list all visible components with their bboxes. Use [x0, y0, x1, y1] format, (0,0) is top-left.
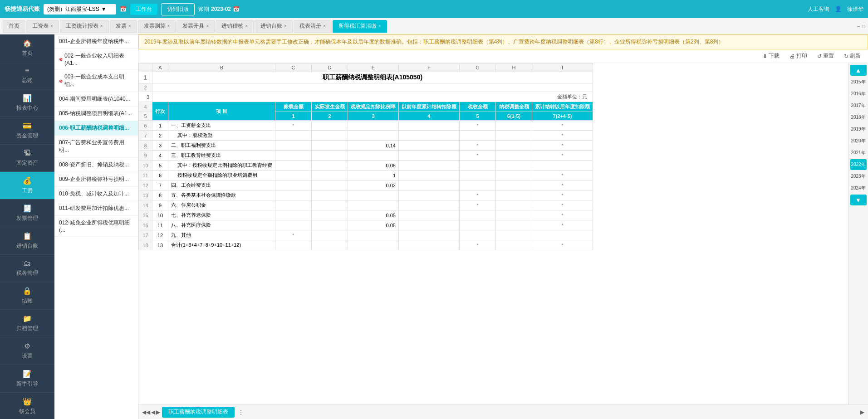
form-item-005[interactable]: 005-纳税调整项目明细表(A1... — [54, 107, 138, 121]
scroll-right-end-icon[interactable]: ▶ — [860, 409, 864, 415]
sidebar-item-new-guide[interactable]: 📝 新手引导 — [0, 365, 54, 393]
company-selector[interactable]: (勿删）江西股宝-LSS ▼ — [44, 4, 116, 15]
col-h-header: H — [496, 63, 532, 72]
form-item-011[interactable]: 011-研发费用加计扣除优惠... — [54, 201, 138, 216]
calendar-icon[interactable]: 📅 — [120, 6, 127, 12]
year-2017[interactable]: 2017年 — [850, 100, 867, 111]
header-col5: 税收全额 — [460, 102, 496, 112]
form-item-003[interactable]: ⊗ 003-一般企业成本支出明细... — [54, 70, 138, 92]
form-item-008[interactable]: 008-资产折旧、摊销及纳税... — [54, 158, 138, 172]
form-item-002[interactable]: ⊗ 002-一般企业收入明细表(A1... — [54, 49, 138, 70]
form-item-010[interactable]: 010-免税、减计收入及加计... — [54, 187, 138, 201]
sidebar-settings-label: 设置 — [22, 352, 33, 360]
sidebar-report-center-label: 报表中心 — [16, 104, 38, 112]
tab-invoice-calc[interactable]: 发票测算 × — [138, 20, 176, 33]
tab-invoice-close[interactable]: × — [128, 24, 131, 29]
sidebar-item-asset-mgmt[interactable]: 💳 资金管理 — [0, 117, 54, 145]
col-i-header: I — [532, 63, 593, 72]
sidebar-item-report-center[interactable]: 📊 报表中心 — [0, 89, 54, 117]
sidebar-item-settings[interactable]: ⚙ 设置 — [0, 337, 54, 365]
switch-old-button[interactable]: 切到旧版 — [161, 3, 195, 15]
main-layout: 🏠 首页 ≡ 总账 📊 报表中心 💳 资金管理 🏗 固定资产 💰 工资 🧾 发票… — [0, 34, 868, 419]
sidebar-item-general-ledger[interactable]: ≡ 总账 — [0, 62, 54, 89]
sidebar-item-fixed-assets[interactable]: 🏗 固定资产 — [0, 145, 54, 172]
tab-payroll-close[interactable]: × — [50, 24, 53, 29]
year-2021[interactable]: 2021年 — [850, 147, 867, 158]
tab-invoice-calc-close[interactable]: × — [167, 24, 170, 29]
sidebar-item-home[interactable]: 🏠 首页 — [0, 34, 54, 62]
col-header-row: A B C D E F G H I — [139, 63, 593, 72]
tab-home[interactable]: 首页 — [3, 20, 25, 33]
tab-expand-icon[interactable]: □ — [862, 23, 865, 29]
period-calendar-icon[interactable]: 📅 — [233, 6, 240, 12]
spreadsheet-main[interactable]: A B C D E F G H I — [138, 63, 848, 404]
user-name: 徐泽华 — [847, 5, 863, 13]
tab-income-tax-close[interactable]: × — [378, 24, 381, 29]
nav-tabs: 首页 工资表 × 工资统计报表 × 发票 × 发票测算 × 发票开具 × 进销稽… — [0, 18, 868, 34]
left-panel: 001-企业所得税年度纳税申... ⊗ 002-一般企业收入明细表(A1... … — [54, 34, 138, 419]
header-col6: 纳税调整全额 — [496, 102, 532, 112]
scroll-left-icon[interactable]: ◀ — [151, 409, 155, 415]
year-scroll-up[interactable]: ▲ — [850, 65, 867, 76]
year-2022[interactable]: 2022年 — [850, 159, 867, 170]
form-item-004[interactable]: 004-期间费用明细表(A1040... — [54, 92, 138, 107]
year-2024[interactable]: 2024年 — [850, 183, 867, 194]
tab-invoice[interactable]: 发票 × — [110, 20, 137, 33]
workspace-button[interactable]: 工作台 — [130, 4, 157, 15]
sidebar-item-archive[interactable]: 📁 归档管理 — [0, 310, 54, 337]
sidebar-item-invoice-mgmt[interactable]: 🧾 发票管理 — [0, 200, 54, 227]
form-006-label: 006-职工薪酬纳税调整明细... — [59, 124, 129, 132]
scroll-right-icon[interactable]: ▶ — [156, 409, 160, 415]
tab-income-tax[interactable]: 所得税汇算清缴 × — [333, 20, 387, 33]
year-2015[interactable]: 2015年 — [850, 77, 867, 88]
reset-button[interactable]: ↺ 重置 — [814, 51, 837, 61]
form-item-006[interactable]: 006-职工薪酬纳税调整明细... — [54, 121, 138, 136]
tab-sales-ledger-close[interactable]: × — [284, 24, 287, 29]
table-row: 6 1 一、工资薪金支出 * * * — [139, 121, 593, 131]
tab-tax-forms-close[interactable]: × — [323, 24, 326, 29]
refresh-button[interactable]: ↻ 刷新 — [841, 51, 863, 61]
sidebar-item-tax-mgmt[interactable]: 🗂 税务管理 — [0, 255, 54, 282]
tab-sales-check[interactable]: 进销稽核 × — [216, 20, 254, 33]
row-num-header — [139, 63, 152, 72]
download-button[interactable]: ⬇ 下载 — [760, 51, 782, 61]
form-item-007[interactable]: 007-广告费和业务宣传费用明... — [54, 136, 138, 158]
form-item-012[interactable]: 012-减免企业所得税优惠明细(... — [54, 216, 138, 237]
year-2019[interactable]: 2019年 — [850, 124, 867, 135]
sidebar-item-vip[interactable]: 👑 畅会员 — [0, 393, 54, 419]
tab-tax-forms[interactable]: 税表清册 × — [294, 20, 332, 33]
tab-payroll-stats[interactable]: 工资统计报表 × — [60, 20, 109, 33]
year-scroll-down[interactable]: ▼ — [850, 195, 867, 205]
sidebar-item-sales-ledger[interactable]: 📋 进销台账 — [0, 227, 54, 255]
tab-payroll[interactable]: 工资表 × — [26, 20, 59, 33]
right-panel: 2019年度涉及取以前年度结转数据的申报表单元格需要手工修改正确，才能确保本年及… — [138, 34, 868, 419]
header-col3: 税收规定扣除比例率 — [348, 102, 399, 112]
sidebar-item-payroll[interactable]: 💰 工资 — [0, 172, 54, 200]
warning-text: 2019年度涉及取以前年度结转数据的申报表单元格需要手工修改正确，才能确保本年及… — [144, 39, 724, 45]
sidebar-vip-label: 畅会员 — [19, 408, 35, 415]
print-button[interactable]: 🖨 打印 — [787, 51, 810, 61]
sheet-tab-payroll[interactable]: 职工薪酬纳税调整明细表 — [162, 407, 235, 418]
year-2020[interactable]: 2020年 — [850, 136, 867, 146]
tab-payroll-stats-close[interactable]: × — [100, 24, 103, 29]
scroll-left-start-icon[interactable]: ◀◀ — [142, 409, 150, 415]
sub-header-4: 4 — [399, 112, 460, 121]
bottom-right: ▶ — [860, 409, 864, 415]
form-item-001[interactable]: 001-企业所得税年度纳税申... — [54, 34, 138, 49]
tab-collapse-icon[interactable]: − — [857, 23, 860, 29]
sidebar-item-closing[interactable]: 🔒 结账 — [0, 282, 54, 310]
year-2018[interactable]: 2018年 — [850, 112, 867, 123]
sheet-options-icon[interactable]: ⋮ — [238, 409, 244, 415]
tab-sales-check-close[interactable]: × — [245, 24, 248, 29]
support-btn[interactable]: 人工客询 — [808, 5, 829, 13]
year-2016[interactable]: 2016年 — [850, 88, 867, 99]
table-row: 15 10 七、补充养老保险 0.05 * — [139, 210, 593, 220]
tab-invoice-issue[interactable]: 发票开具 × — [177, 20, 215, 33]
tab-invoice-issue-close[interactable]: × — [206, 24, 209, 29]
sub-header-1: 1 — [275, 112, 312, 121]
vip-icon: 👑 — [23, 397, 32, 406]
tab-sales-ledger[interactable]: 进销台账 × — [255, 20, 293, 33]
year-2023[interactable]: 2023年 — [850, 171, 867, 182]
sidebar-archive-label: 归档管理 — [16, 325, 38, 332]
form-item-009[interactable]: 009-企业所得税弥补亏损明... — [54, 172, 138, 187]
